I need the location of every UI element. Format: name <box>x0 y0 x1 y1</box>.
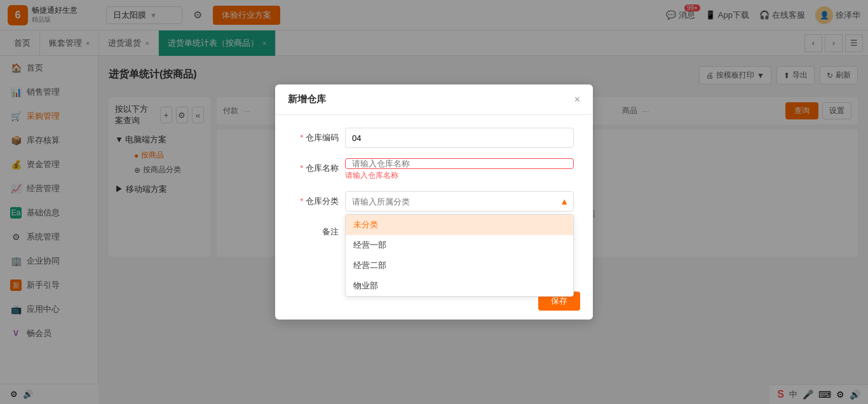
modal-overlay: 新增仓库 × 仓库编码 仓库名称 请输入仓库名称 仓库分类 <box>0 0 868 404</box>
modal-title: 新增仓库 <box>288 93 326 105</box>
code-row: 仓库编码 <box>294 128 574 148</box>
name-input[interactable] <box>345 158 574 169</box>
name-label: 仓库名称 <box>294 158 339 174</box>
modal-body: 仓库编码 仓库名称 请输入仓库名称 仓库分类 ▲ 未分类 <box>275 115 593 283</box>
modal-close-btn[interactable]: × <box>574 94 580 105</box>
code-input[interactable] <box>345 128 574 148</box>
name-row: 仓库名称 请输入仓库名称 <box>294 158 574 181</box>
modal-header: 新增仓库 × <box>275 84 593 115</box>
remark-label: 备注 <box>294 222 339 238</box>
dropdown-item-dept3[interactable]: 物业部 <box>346 276 573 296</box>
category-input[interactable] <box>345 191 574 212</box>
dropdown-item-unclassified[interactable]: 未分类 <box>346 215 573 235</box>
category-dropdown: 未分类 经营一部 经营二部 物业部 <box>345 214 574 297</box>
dropdown-item-dept2[interactable]: 经营二部 <box>346 255 573 276</box>
new-warehouse-modal: 新增仓库 × 仓库编码 仓库名称 请输入仓库名称 仓库分类 <box>275 84 593 320</box>
dropdown-item-dept1[interactable]: 经营一部 <box>346 235 573 255</box>
category-select-wrapper: ▲ 未分类 经营一部 经营二部 物业部 <box>345 191 574 212</box>
category-row: 仓库分类 ▲ 未分类 经营一部 经营二部 物业部 <box>294 191 574 212</box>
name-error-msg: 请输入仓库名称 <box>345 169 574 181</box>
category-label: 仓库分类 <box>294 191 339 207</box>
code-label: 仓库编码 <box>294 128 339 144</box>
name-wrapper: 请输入仓库名称 <box>345 158 574 181</box>
